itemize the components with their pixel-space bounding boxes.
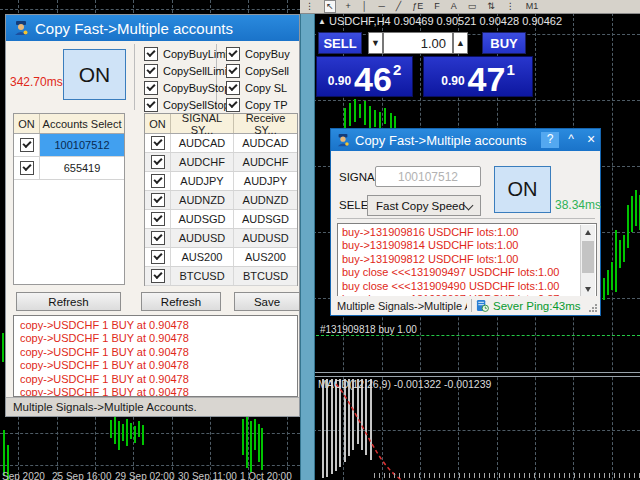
scroll-down-icon[interactable] [581, 283, 595, 297]
fibonacci-icon[interactable]: ƒE [411, 1, 424, 12]
table-row[interactable]: BTCUSDBTCUSD [145, 267, 297, 286]
buy-button[interactable]: BUY [482, 32, 526, 54]
divider [134, 44, 135, 110]
panel-status-bar: Multiple Signals->Multiple Accounts. [6, 397, 299, 416]
signal-input[interactable] [375, 166, 481, 187]
checkbox[interactable] [144, 81, 158, 95]
log-line: copy->USDCHF 1 BUY at 0.90478 [20, 332, 291, 345]
sell-button[interactable]: SELL [318, 32, 362, 54]
checkbox[interactable] [144, 64, 158, 78]
table-row[interactable]: 100107512 [14, 134, 124, 157]
table-row[interactable]: AUDJPYAUDJPY [145, 172, 297, 191]
checkbox[interactable] [151, 269, 165, 283]
refresh-symbols-button[interactable]: Refresh [141, 292, 221, 311]
trendline-icon[interactable]: ╱ [395, 1, 402, 12]
table-row[interactable]: AUS200AUS200 [145, 248, 297, 267]
copy-option: CopyBuyStop [144, 80, 230, 95]
close-button[interactable]: × [582, 132, 600, 148]
checkbox[interactable] [20, 161, 34, 175]
account-cell: 100107512 [40, 134, 124, 156]
volume-up-button[interactable]: ▲ [453, 32, 468, 54]
option-label: CopySell [245, 65, 289, 77]
shapes-icon[interactable]: ▭ [467, 1, 478, 12]
log-line: copy->USDCHF 1 BUY at 0.90478 [20, 386, 291, 397]
refresh-accounts-button[interactable]: Refresh [16, 292, 121, 311]
help-button[interactable]: ? [541, 132, 559, 148]
collapse-button[interactable]: ^ [562, 132, 580, 148]
signal-symbol-cell: AUDSGD [171, 210, 234, 228]
checkbox[interactable] [144, 47, 158, 61]
log-line: buy->131909816 USDCHF lots:1.00 [342, 226, 592, 239]
copy-option: CopySell [226, 63, 289, 78]
copy-option: CopySellLimit [144, 63, 230, 78]
divider [471, 299, 472, 312]
chart-ohlc-label: ▲ USDCHF,H4 0.90469 0.90521 0.90428 0.90… [318, 15, 562, 27]
copy-option: Copy TP [226, 97, 288, 112]
toolbar-grip-icon[interactable]: ⋮ [304, 1, 315, 12]
arrow-tool-icon[interactable]: A [450, 1, 458, 12]
dialog-log: buy->131909816 USDCHF lots:1.00buy->1319… [337, 223, 597, 299]
dialog-titlebar[interactable]: Copy Fast->Multiple accounts ? ^ × [331, 129, 600, 151]
signal-symbol-cell: AUS200 [171, 248, 234, 266]
checkbox[interactable] [151, 231, 165, 245]
panel-titlebar[interactable]: Copy Fast->Multiple accounts [6, 15, 299, 41]
copy-option: Copy SL [226, 80, 287, 95]
checkbox[interactable] [226, 47, 240, 61]
account-cell: 655419 [40, 157, 124, 179]
buy-price-pip: 1 [506, 61, 514, 78]
table-row[interactable]: 655419 [14, 157, 124, 180]
volume-field[interactable]: 1.00 [383, 32, 453, 54]
latency-label: 38.34ms [555, 198, 601, 212]
horizontal-line-icon[interactable]: ─ [377, 1, 385, 12]
scroll-up-icon[interactable] [581, 225, 595, 239]
signal-symbol-cell: AUDCAD [171, 134, 234, 152]
screen: Sep 202025 Sep 16:0029 Sep 02:0030 Sep 1… [0, 0, 640, 480]
time-axis-ticks [374, 473, 640, 478]
checkbox[interactable] [226, 81, 240, 95]
checkbox[interactable] [20, 138, 34, 152]
checkbox[interactable] [151, 250, 165, 264]
option-label: CopyBuyLimit [163, 48, 231, 60]
vertical-line-icon[interactable]: │ [361, 1, 369, 12]
checkbox[interactable] [151, 174, 165, 188]
symbol-marker-icon: ▲ [318, 17, 326, 26]
checkbox[interactable] [151, 193, 165, 207]
sell-quote-button[interactable]: 0.90 46 2 [316, 56, 413, 97]
toolbar-grip-icon-2[interactable]: ⋮ [505, 1, 516, 12]
column-header-accounts: Accounts Select [40, 114, 124, 133]
copy-on-button[interactable]: ON [63, 49, 126, 100]
table-row[interactable]: AUDUSDAUDUSD [145, 229, 297, 248]
dialog-on-button[interactable]: ON [494, 166, 551, 213]
column-header-receive: Receive SY... [234, 114, 297, 133]
timeframe-m1-button[interactable]: M1 [525, 1, 540, 12]
table-row[interactable]: AUDCADAUDCAD [145, 134, 297, 153]
crosshair-icon[interactable]: + [345, 1, 352, 12]
checkbox[interactable] [151, 155, 165, 169]
dropdown-value: Fast Copy Speed [376, 200, 465, 212]
table-row[interactable]: AUDNZDAUDNZD [145, 191, 297, 210]
latency-label: 342.70ms [10, 75, 63, 89]
volume-down-button[interactable]: ▼ [368, 32, 383, 54]
receive-symbol-cell: AUDUSD [234, 229, 297, 247]
table-row[interactable]: AUDSGDAUDSGD [145, 210, 297, 229]
status-text: Multiple Signals->Multiple Accounts. [13, 401, 197, 413]
checkbox[interactable] [226, 98, 240, 112]
checkbox[interactable] [151, 212, 165, 226]
column-header-on: ON [14, 114, 40, 133]
checkbox[interactable] [144, 98, 158, 112]
table-row[interactable]: AUDCHFAUDCHF [145, 153, 297, 172]
chevron-down-icon [464, 201, 474, 211]
copy-speed-dropdown[interactable]: Fast Copy Speed [367, 195, 481, 216]
cursor-icon[interactable]: ↖ [324, 0, 336, 13]
checkbox[interactable] [226, 64, 240, 78]
log-scrollbar[interactable] [580, 225, 595, 297]
buy-quote-button[interactable]: 0.90 47 1 [423, 56, 533, 97]
scroll-thumb[interactable] [582, 241, 594, 273]
save-button[interactable]: Save [234, 292, 300, 311]
indicator-window-separator[interactable] [313, 372, 640, 377]
text-label-icon[interactable]: F [433, 1, 441, 12]
cycle-lines-icon[interactable]: ⇅ [486, 1, 496, 12]
resize-grip[interactable] [588, 303, 598, 313]
checkbox[interactable] [151, 136, 165, 150]
log-line: copy->USDCHF 1 BUY at 0.90478 [20, 359, 291, 372]
